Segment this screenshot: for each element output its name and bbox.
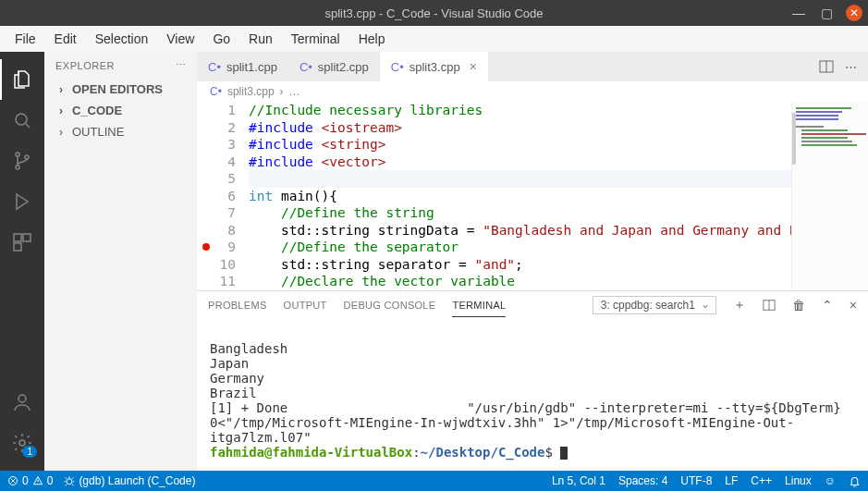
panel-maximize-icon[interactable]: ⌃ [822,298,833,313]
svg-rect-19 [801,141,852,142]
status-ln-col[interactable]: Ln 5, Col 1 [552,474,605,487]
sidebar-item-outline[interactable]: › OUTLINE [44,121,197,142]
bug-icon [64,475,75,486]
split-terminal-icon[interactable] [763,299,776,312]
panel-tab-debug[interactable]: DEBUG CONSOLE [344,294,436,316]
breakpoint-icon[interactable] [202,243,210,251]
tab-row: C• split1.cpp C• split2.cpp C• split3.cp… [197,52,868,81]
menu-edit[interactable]: Edit [45,28,86,50]
status-eol[interactable]: LF [725,474,738,487]
minimap-preview [792,102,868,203]
status-spaces[interactable]: Spaces: 4 [618,474,667,487]
svg-point-2 [16,166,19,169]
line-number: 7 [197,204,236,222]
code-line[interactable]: #include <vector> [249,153,868,171]
account-icon [11,391,33,413]
tab-label: split3.cpp [410,60,460,74]
sidebar-more-icon[interactable]: ⋯ [176,59,187,71]
code-line[interactable]: //Define the string [249,204,868,222]
warning-icon [32,475,43,486]
sidebar-item-label: C_CODE [72,104,122,117]
menu-go[interactable]: Go [203,28,239,50]
svg-rect-13 [796,115,838,117]
svg-rect-6 [14,243,21,251]
svg-point-0 [16,114,27,125]
code-line[interactable]: std::string stringData = "Bangladesh and… [249,222,868,239]
code-editor[interactable]: 1234567891011 //Include necessary librar… [197,102,868,290]
panel-tab-problems[interactable]: PROBLEMS [208,294,267,316]
panel-tabs: PROBLEMS OUTPUT DEBUG CONSOLE TERMINAL 3… [197,291,868,319]
breadcrumb-sep: › [280,85,284,98]
svg-rect-16 [801,129,848,131]
editor-more-icon[interactable]: ⋯ [845,60,857,74]
code-line[interactable]: #include <string> [249,136,868,153]
line-number: 2 [197,119,236,137]
panel-close-icon[interactable]: × [850,298,857,313]
status-bell-icon[interactable] [849,475,861,487]
menu-run[interactable]: Run [239,28,282,50]
chevron-right-icon: › [59,83,68,96]
svg-rect-15 [796,126,824,128]
terminal-content[interactable]: Bangladesh Japan Germany Brazil [1] + Do… [197,319,868,471]
status-errors[interactable]: 0 0 [7,474,53,487]
tab-split3[interactable]: C• split3.cpp × [380,52,488,81]
sidebar-item-label: OUTLINE [72,125,124,139]
menu-terminal[interactable]: Terminal [282,28,349,50]
play-bug-icon [11,190,33,213]
activity-accounts[interactable] [0,382,44,423]
sidebar-title: EXPLORER [55,60,115,71]
terminal-prompt[interactable]: fahmida@fahmida-VirtualBox:~/Desktop/C_C… [210,445,568,460]
svg-rect-11 [796,107,851,109]
cpp-file-icon: C• [208,60,221,74]
activity-settings[interactable]: 1 [0,423,44,463]
activity-bar: 1 [0,52,44,471]
tab-split2[interactable]: C• split2.cpp [288,52,380,81]
sidebar-item-folder[interactable]: › C_CODE [44,100,197,121]
minimize-button[interactable]: — [790,5,807,21]
menu-selection[interactable]: Selection [86,28,158,50]
breadcrumb-file: split3.cpp [227,85,275,98]
minimap[interactable] [791,102,868,290]
code-line[interactable]: //Declare the vector variable [249,273,868,290]
window-title: split3.cpp - C_Code - Visual Studio Code [324,6,543,20]
code-line[interactable]: int main(){ [249,188,868,205]
activity-search[interactable] [0,100,44,141]
kill-terminal-icon[interactable]: 🗑 [792,298,805,313]
activity-source-control[interactable] [0,141,44,181]
code-line[interactable]: //Include necessary libraries [249,102,868,119]
branch-icon [11,150,33,172]
menu-file[interactable]: File [6,28,45,50]
line-number: 3 [197,136,236,153]
code-line[interactable]: std::string separator = "and"; [249,256,868,274]
new-terminal-icon[interactable]: ＋ [733,297,746,313]
cpp-file-icon: C• [300,60,312,74]
code-content[interactable]: //Include necessary libraries#include <i… [249,102,868,290]
status-os[interactable]: Linux [785,474,812,487]
tab-split1[interactable]: C• split1.cpp [197,52,288,81]
breadcrumb[interactable]: C• split3.cpp › … [197,81,868,102]
code-line[interactable]: //Define the separator [249,239,868,256]
terminal-selector[interactable]: 3: cppdbg: search1 [593,296,716,314]
sidebar-item-open-editors[interactable]: › OPEN EDITORS [44,79,197,100]
minimap-slider[interactable] [791,113,796,165]
status-encoding[interactable]: UTF-8 [680,474,712,487]
activity-explorer[interactable] [0,59,44,100]
close-tab-icon[interactable]: × [470,59,477,74]
line-number: 1 [197,102,236,119]
status-feedback-icon[interactable]: ☺ [825,474,836,487]
maximize-button[interactable]: ▢ [818,5,835,21]
menu-help[interactable]: Help [349,28,395,50]
activity-run-debug[interactable] [0,181,44,222]
activity-extensions[interactable] [0,222,44,263]
close-button[interactable]: ✕ [846,5,862,21]
status-lang[interactable]: C++ [751,474,772,487]
panel-tab-terminal[interactable]: TERMINAL [452,294,506,317]
panel-tab-output[interactable]: OUTPUT [284,294,327,316]
menubar: File Edit Selection View Go Run Terminal… [0,26,868,52]
status-bar: 0 0 (gdb) Launch (C_Code) Ln 5, Col 1 Sp… [0,471,868,491]
code-line[interactable] [249,170,868,188]
status-launch[interactable]: (gdb) Launch (C_Code) [64,474,195,487]
code-line[interactable]: #include <iostream> [249,119,868,137]
menu-view[interactable]: View [157,28,203,50]
split-editor-icon[interactable] [819,59,834,74]
